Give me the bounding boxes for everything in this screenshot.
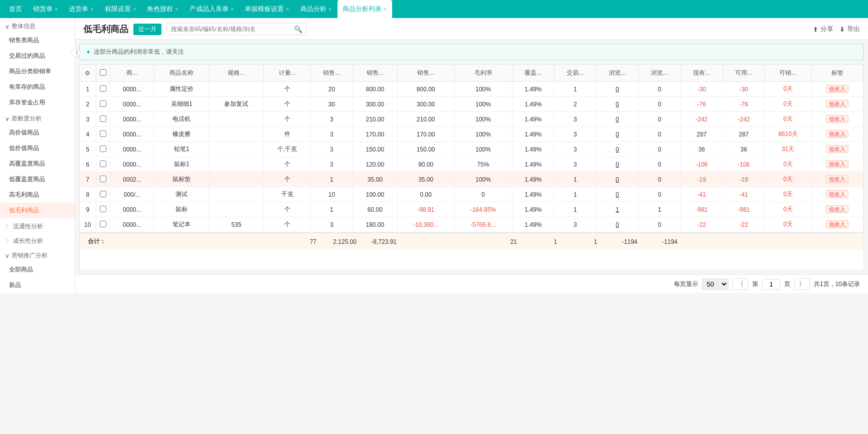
row-check[interactable]: [100, 191, 106, 197]
row-code: 0002...: [110, 172, 154, 187]
footer-qty: 77: [286, 238, 316, 245]
col-gross-rate[interactable]: 毛利率: [454, 65, 512, 82]
nav-close-icon[interactable]: ×: [328, 6, 331, 12]
row-view1[interactable]: 0: [596, 142, 638, 157]
row-name: 鼠标1: [154, 157, 209, 172]
page-input[interactable]: [762, 279, 780, 290]
footer-amount: -8,723.91: [367, 238, 397, 245]
nav-close-icon[interactable]: ×: [133, 6, 136, 12]
row-checkbox[interactable]: [96, 172, 110, 187]
sidebar-item-capital-usage[interactable]: 库存资金占用: [0, 95, 75, 110]
sidebar-item-low-coverage[interactable]: 低覆盖度商品: [0, 172, 75, 187]
nav-sales-order[interactable]: 销货单 ×: [28, 0, 63, 18]
sidebar-item-high-value[interactable]: 高价值商品: [0, 125, 75, 140]
search-icon[interactable]: 🔍: [294, 25, 302, 33]
row-view1[interactable]: 1: [596, 202, 638, 217]
col-avail[interactable]: 可用...: [723, 65, 765, 82]
col-amount[interactable]: 销售...: [397, 65, 454, 82]
col-coverage[interactable]: 覆盖...: [512, 65, 554, 82]
row-view1[interactable]: 0: [596, 172, 638, 187]
row-no: 7: [80, 172, 96, 187]
row-view1[interactable]: 0: [596, 187, 638, 202]
row-rate: 100%: [454, 97, 512, 112]
col-tag[interactable]: 标签: [811, 65, 863, 82]
row-view1[interactable]: 0: [596, 127, 638, 142]
sidebar-item-traded-goods[interactable]: 交易过的商品: [0, 48, 75, 64]
nav-product-analysis-list[interactable]: 商品分析列表 ×: [337, 0, 392, 18]
row-view1[interactable]: 0: [596, 217, 638, 232]
row-checkbox[interactable]: [96, 97, 110, 112]
nav-product-analysis[interactable]: 商品分析 ×: [295, 0, 336, 18]
nav-role-auth[interactable]: 角色授权 ×: [142, 0, 183, 18]
nav-product-entry[interactable]: 产成品入库单 ×: [185, 0, 239, 18]
col-view1[interactable]: 浏览...: [596, 65, 638, 82]
row-checkbox[interactable]: [96, 127, 110, 142]
nav-close-icon[interactable]: ×: [175, 6, 178, 12]
nav-permissions[interactable]: 权限设置 ×: [100, 0, 141, 18]
sidebar-toggle-btn[interactable]: 《: [71, 48, 80, 57]
nav-close-icon[interactable]: ×: [286, 6, 289, 12]
nav-close-icon[interactable]: ×: [384, 6, 387, 12]
sidebar-item-low-value[interactable]: 低价值商品: [0, 140, 75, 156]
col-name[interactable]: 商品名称: [154, 65, 209, 82]
sidebar-item-category-rate[interactable]: 商品分类助销率: [0, 64, 75, 79]
sidebar-item-high-margin[interactable]: 高毛利商品: [0, 187, 75, 203]
col-qty[interactable]: 销售...: [310, 65, 353, 82]
row-check[interactable]: [100, 115, 106, 122]
col-checkbox[interactable]: [96, 65, 110, 82]
nav-close-icon[interactable]: ×: [90, 6, 93, 12]
sidebar-item-all-goods[interactable]: 全部商品: [0, 262, 75, 277]
col-view2[interactable]: 浏览...: [638, 65, 680, 82]
row-view1[interactable]: 0: [596, 112, 638, 127]
sidebar-item-low-margin[interactable]: 低毛利商品: [0, 203, 75, 218]
sidebar-item-stocked-goods[interactable]: 有库存的商品: [0, 79, 75, 95]
sidebar-item-high-coverage[interactable]: 高覆盖度商品: [0, 156, 75, 172]
col-code[interactable]: 商...: [110, 65, 154, 82]
nav-purchase-order[interactable]: 进货单 ×: [64, 0, 98, 18]
per-page-select[interactable]: 50 20 100: [702, 278, 729, 290]
date-filter-button[interactable]: 近一月: [133, 24, 161, 35]
col-current[interactable]: 现有...: [680, 65, 723, 82]
row-checkbox[interactable]: [96, 157, 110, 172]
export-button[interactable]: ⬇ 导出: [839, 25, 860, 34]
col-salable[interactable]: 可销...: [765, 65, 811, 82]
share-button[interactable]: ⬆ 分享: [813, 25, 833, 34]
row-checkbox[interactable]: [96, 217, 110, 232]
col-price[interactable]: 销售...: [353, 65, 397, 82]
sidebar-item-sales-goods[interactable]: 销售类商品: [0, 33, 75, 48]
nav-close-icon[interactable]: ×: [231, 6, 234, 12]
row-price: 300.00: [353, 97, 397, 112]
row-check[interactable]: [100, 206, 106, 212]
next-page-btn[interactable]: 〉: [794, 278, 810, 290]
sidebar-item-new-goods[interactable]: 新品: [0, 277, 75, 293]
col-unit[interactable]: 计量...: [264, 65, 311, 82]
row-checkbox[interactable]: [96, 187, 110, 202]
prev-page-btn[interactable]: 〈: [733, 278, 748, 290]
row-view1[interactable]: 0: [596, 82, 638, 97]
col-deal[interactable]: 交易...: [554, 65, 596, 82]
nav-close-icon[interactable]: ×: [55, 6, 58, 12]
row-checkbox[interactable]: [96, 112, 110, 127]
row-rate: 100%: [454, 142, 512, 157]
row-checkbox[interactable]: [96, 142, 110, 157]
row-view1[interactable]: 0: [596, 157, 638, 172]
row-check[interactable]: [100, 221, 106, 227]
row-check[interactable]: [100, 100, 106, 107]
row-check[interactable]: [100, 176, 106, 182]
col-settings[interactable]: ⚙: [80, 65, 96, 82]
row-check[interactable]: [100, 85, 106, 92]
row-checkbox[interactable]: [96, 202, 110, 217]
row-check[interactable]: [100, 146, 106, 152]
row-unit: 个: [264, 97, 311, 112]
nav-home[interactable]: 首页: [4, 0, 27, 18]
search-input[interactable]: [171, 26, 294, 33]
row-rate: -5766.6...: [454, 217, 512, 232]
select-all-checkbox[interactable]: [100, 69, 106, 76]
row-checkbox[interactable]: [96, 82, 110, 97]
row-view1[interactable]: 0: [596, 97, 638, 112]
row-check[interactable]: [100, 161, 106, 167]
nav-template-settings[interactable]: 单据模板设置 ×: [240, 0, 294, 18]
row-qty: 3: [310, 217, 353, 232]
row-check[interactable]: [100, 130, 106, 137]
col-spec[interactable]: 规格...: [209, 65, 264, 82]
